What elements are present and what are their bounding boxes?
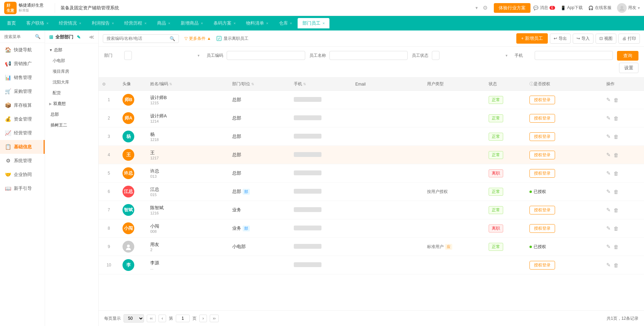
dept-section-head[interactable]: ▼ 总部 (45, 45, 98, 55)
export-button[interactable]: ↩ 导出 (550, 34, 571, 44)
adv-status-select[interactable] (432, 51, 439, 60)
first-page-btn[interactable]: ‹‹ (147, 315, 156, 322)
tab-profit[interactable]: 利润报告 × (87, 18, 119, 28)
delete-btn[interactable]: 🗑 (614, 134, 619, 140)
delete-btn[interactable]: 🗑 (614, 207, 619, 213)
tab-close[interactable]: × (323, 21, 325, 25)
add-employee-button[interactable]: + 新增员工 (516, 33, 548, 44)
message-action[interactable]: 💬 消息 6 (533, 5, 555, 11)
auth-login-btn[interactable]: 授权登录 (529, 132, 555, 141)
th-settings[interactable]: ⚙ (99, 78, 119, 91)
dept-section-zongbu[interactable]: 总部 (45, 109, 98, 120)
adv-phone-input[interactable] (535, 51, 613, 60)
sidebar-item-collab[interactable]: 🤝 企业协同 (0, 168, 45, 182)
sidebar-item-system[interactable]: ⚙ 系统管理 (0, 154, 45, 168)
page-size-select[interactable]: 50 100 (124, 314, 144, 323)
tab-home[interactable]: 首页 (2, 18, 21, 28)
th-name[interactable]: 姓名/编码 ⇅ (147, 78, 229, 91)
adv-code-input[interactable] (227, 51, 305, 60)
dept-section-chashuwang[interactable]: 插树王二 (45, 120, 98, 131)
auth-login-btn[interactable]: 授权登录 (529, 206, 555, 214)
dropdown-icon[interactable]: ▾ (475, 5, 478, 10)
sort-phone-icon[interactable]: ⇅ (303, 82, 306, 86)
adv-name-input[interactable] (329, 51, 408, 60)
adv-dept-select[interactable] (124, 51, 132, 60)
sidebar-item-finance[interactable]: 💰 资金管理 (0, 112, 45, 126)
edit-btn[interactable]: ✎ (606, 244, 611, 250)
sidebar-item-quicknav[interactable]: 🏠 快捷导航 (0, 43, 45, 57)
delete-btn[interactable]: 🗑 (614, 262, 619, 268)
edit-btn[interactable]: ✎ (606, 170, 611, 176)
user-menu[interactable]: 用友 ▾ (617, 3, 640, 13)
tab-close[interactable]: × (201, 21, 203, 25)
edit-btn[interactable]: ✎ (606, 133, 611, 140)
print-button[interactable]: 🖨 打印 (618, 34, 640, 44)
edit-btn[interactable]: ✎ (606, 97, 611, 103)
app-download-action[interactable]: 📱 App下载 (561, 5, 583, 11)
online-service-action[interactable]: 🎧 在线客服 (588, 5, 611, 11)
tab-barcode[interactable]: 条码方案 × (209, 18, 241, 28)
dept-edit-btn[interactable]: ✎ (77, 35, 81, 40)
th-dept[interactable]: 部门/职位 ⇅ (229, 78, 290, 91)
auth-login-btn[interactable]: 授权登录 (529, 151, 555, 159)
search-input[interactable] (107, 36, 167, 41)
sidebar-item-sales[interactable]: 📊 销售管理 (0, 71, 45, 85)
tab-close[interactable]: × (290, 21, 292, 25)
tab-close[interactable]: × (144, 21, 146, 25)
dept-sub-distribution[interactable]: 配货 (45, 88, 98, 98)
sidebar-item-inventory[interactable]: 📦 库存核算 (0, 98, 45, 112)
sidebar-item-management[interactable]: 📈 经营管理 (0, 126, 45, 140)
tab-close[interactable]: × (168, 21, 170, 25)
tab-operation[interactable]: 经营情况 × (54, 18, 86, 28)
tab-close[interactable]: × (234, 21, 236, 25)
page-number-input[interactable] (176, 315, 190, 322)
sidebar-item-marketing[interactable]: 📢 营销推广 (0, 57, 45, 71)
edit-btn[interactable]: ✎ (606, 207, 611, 213)
tab-customer[interactable]: 客户联络 × (21, 18, 53, 28)
edit-btn[interactable]: ✎ (606, 188, 611, 195)
settings-icon[interactable]: ⚙ (483, 5, 488, 11)
delete-btn[interactable]: 🗑 (614, 170, 619, 176)
filter-btn[interactable]: ▽ 更多条件 ▲ (182, 34, 214, 43)
import-button[interactable]: ↪ 导入 (573, 34, 593, 44)
dept-collapse-btn[interactable]: ≪ (89, 34, 94, 40)
delete-btn[interactable]: 🗑 (614, 244, 619, 250)
sidebar-item-purchase[interactable]: 🛒 采购管理 (0, 85, 45, 98)
sort-name-icon[interactable]: ⇅ (169, 82, 172, 86)
show-resigned-checkbox[interactable]: ✓ (217, 36, 221, 41)
edit-btn[interactable]: ✎ (606, 262, 611, 268)
dept-sub-xiaodianbù[interactable]: 小电部 (45, 55, 98, 66)
view-button[interactable]: ⊡ 视图 (596, 34, 616, 44)
delete-btn[interactable]: 🗑 (614, 226, 619, 231)
auth-login-btn[interactable]: 授权登录 (529, 114, 555, 123)
tab-close[interactable]: × (112, 21, 114, 25)
delete-btn[interactable]: 🗑 (614, 115, 619, 121)
auth-login-btn[interactable]: 授权登录 (529, 261, 555, 270)
sidebar-item-guide[interactable]: 📖 新手引导 (0, 182, 45, 195)
edit-btn[interactable]: ✎ (606, 115, 611, 121)
edit-btn[interactable]: ✎ (606, 225, 611, 231)
dept-sub-shenyang[interactable]: 沈阳大库 (45, 77, 98, 88)
tab-close[interactable]: × (79, 21, 81, 25)
auth-login-btn[interactable]: 授权登录 (529, 169, 555, 178)
query-button[interactable]: 查询 (617, 51, 638, 61)
auth-login-btn[interactable]: 授权登录 (529, 96, 555, 104)
sidebar-search-input[interactable] (4, 34, 33, 39)
set-button[interactable]: 设置 (619, 63, 638, 73)
last-page-btn[interactable]: ›› (210, 315, 219, 322)
tab-dept-employee[interactable]: 部门员工 × (298, 18, 329, 28)
tab-close[interactable]: × (266, 21, 268, 25)
tab-bom[interactable]: 物料清单 × (241, 18, 273, 28)
dept-sub-project[interactable]: 项目库房 (45, 66, 98, 77)
edit-btn[interactable]: ✎ (606, 152, 611, 158)
tab-new-goods[interactable]: 新增商品 × (176, 18, 208, 28)
show-resigned-toggle[interactable]: ✓ 显示离职员工 (217, 36, 248, 42)
tab-goods[interactable]: 商品 × (152, 18, 175, 28)
next-page-btn[interactable]: › (199, 315, 207, 322)
delete-btn[interactable]: 🗑 (614, 152, 619, 158)
auth-login-btn[interactable]: 授权登录 (529, 224, 555, 233)
th-phone[interactable]: 手机 ⇅ (290, 78, 352, 91)
trial-button[interactable]: 体验行业方案 (494, 3, 530, 13)
tab-warehouse[interactable]: 仓库 × (274, 18, 297, 28)
sidebar-item-basicinfo[interactable]: 📋 基础信息 (0, 140, 45, 154)
